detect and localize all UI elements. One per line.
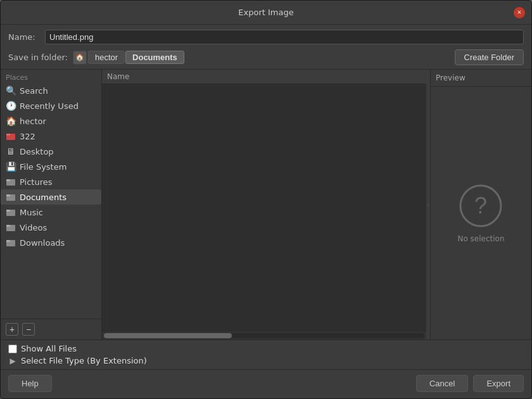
no-selection-text: No selection [457,234,504,243]
name-column-header: Name [107,72,129,81]
filename-input[interactable] [45,30,524,44]
folder-322-icon [6,131,16,141]
preview-content: ? No selection [457,87,504,339]
sidebar-item-videos[interactable]: Videos [1,220,101,235]
preview-question-icon: ? [459,184,503,228]
add-bookmark-button[interactable]: + [6,323,18,336]
save-label: Save in folder: [8,53,68,62]
search-icon: 🔍 [6,86,16,96]
scrollbar-track [104,333,424,338]
svg-rect-7 [6,210,10,212]
music-icon [6,207,16,217]
preview-header: Preview [431,70,531,87]
sidebar-item-pictures[interactable]: Pictures [1,174,101,189]
sidebar-label-music: Music [20,208,43,217]
create-folder-button[interactable]: Create Folder [455,49,524,65]
sidebar-label-recently-used: Recently Used [20,101,79,111]
sidebar-label-hector: hector [20,117,46,126]
select-file-type-row[interactable]: ▶ Select File Type (By Extension) [8,356,524,365]
sidebar: Places 🔍 Search 🕐 Recently Used 🏠 hector… [1,70,102,339]
breadcrumb-documents[interactable]: Documents [125,51,184,64]
pictures-icon [6,177,16,187]
select-file-type-label: Select File Type (By Extension) [21,356,147,365]
expand-icon: ▶ [8,357,17,365]
sidebar-label-filesystem: File System [20,162,66,172]
button-row: Help Cancel Export [1,369,531,398]
svg-rect-9 [6,225,10,227]
file-area: Name [102,70,426,339]
documents-icon [6,192,16,202]
downloads-icon [6,238,16,248]
sidebar-label-322: 322 [20,132,35,141]
breadcrumb-hector[interactable]: hector [88,51,125,64]
export-button[interactable]: Export [473,375,524,392]
cancel-button[interactable]: Cancel [416,375,468,392]
svg-text:?: ? [474,193,487,218]
sidebar-item-hector[interactable]: 🏠 hector [1,113,101,129]
action-buttons: Cancel Export [416,375,524,392]
file-list[interactable] [102,84,426,331]
sidebar-footer: + − [1,319,101,339]
sidebar-item-322[interactable]: 322 [1,129,101,144]
sidebar-label-search: Search [20,86,48,96]
show-all-files-label: Show All Files [21,344,77,353]
sidebar-item-music[interactable]: Music [1,205,101,220]
recently-used-icon: 🕐 [6,101,16,111]
sidebar-label-videos: Videos [20,223,47,232]
scrollbar-thumb[interactable] [104,333,232,338]
svg-rect-3 [6,179,10,181]
home-breadcrumb-icon[interactable]: 🏠 [73,51,87,65]
svg-rect-11 [6,240,10,242]
preview-panel: Preview ? No selection [430,70,531,339]
remove-bookmark-button[interactable]: − [22,323,35,336]
svg-rect-5 [6,194,10,196]
sidebar-places-header: Places [1,70,101,83]
sidebar-item-desktop[interactable]: 🖥 Desktop [1,144,101,159]
sidebar-label-downloads: Downloads [20,238,65,248]
show-all-files-row[interactable]: Show All Files [8,344,524,353]
desktop-icon: 🖥 [6,146,16,156]
sidebar-label-documents: Documents [20,193,66,202]
videos-icon [6,222,16,232]
close-button[interactable]: × [514,7,525,18]
svg-rect-1 [6,134,10,136]
bottom-options: Show All Files ▶ Select File Type (By Ex… [1,339,531,369]
sidebar-item-documents[interactable]: Documents [1,189,101,205]
sidebar-label-pictures: Pictures [20,177,52,187]
save-in-folder-row: Save in folder: 🏠 hector Documents Creat… [1,48,531,69]
breadcrumb: 🏠 hector Documents [73,51,450,65]
sidebar-item-search[interactable]: 🔍 Search [1,83,101,98]
help-button[interactable]: Help [8,375,52,392]
dialog-title: Export Image [238,8,293,17]
show-all-files-checkbox[interactable] [8,345,17,353]
titlebar: Export Image × [1,1,531,25]
name-label: Name: [8,32,40,42]
filesystem-icon: 💾 [6,162,16,172]
file-list-header: Name [102,70,426,84]
hector-icon: 🏠 [6,116,16,126]
sidebar-item-filesystem[interactable]: 💾 File System [1,159,101,174]
name-row: Name: [1,25,531,48]
sidebar-item-downloads[interactable]: Downloads [1,235,101,250]
sidebar-item-recently-used[interactable]: 🕐 Recently Used [1,98,101,113]
horizontal-scrollbar[interactable] [102,331,426,339]
export-image-dialog: Export Image × Name: Save in folder: 🏠 h… [0,0,532,399]
sidebar-label-desktop: Desktop [20,147,54,156]
main-area: Places 🔍 Search 🕐 Recently Used 🏠 hector… [1,69,531,339]
